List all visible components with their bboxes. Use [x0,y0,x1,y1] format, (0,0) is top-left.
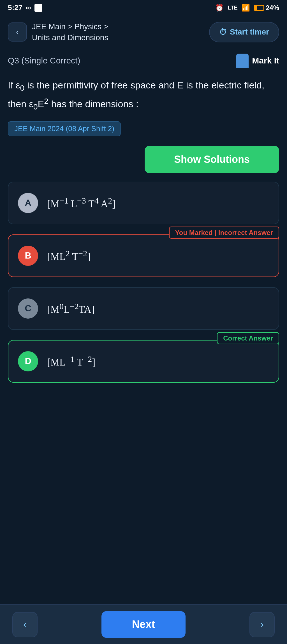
tag-row: JEE Main 2024 (08 Apr Shift 2) [0,118,287,143]
start-timer-button[interactable]: ⏱ Start timer [209,22,279,42]
option-b-formula: [ML2 T−2] [47,248,91,264]
options-container: A [M−1 L−3 T4 A2] You Marked | Incorrect… [0,182,287,393]
show-solutions-button[interactable]: Show Solutions [145,146,279,173]
option-a-circle: A [18,193,38,213]
option-d-card[interactable]: D [ML−1 T−2] [8,340,279,383]
option-c-card[interactable]: C [M0L−2TA] [8,287,279,330]
prev-icon: ‹ [23,619,27,631]
header: ‹ JEE Main > Physics > Units and Dimensi… [0,16,287,48]
option-d-wrapper: Correct Answer D [ML−1 T−2] [8,340,279,383]
next-arrow-icon: › [260,619,264,631]
option-d-badge: Correct Answer [217,334,279,342]
option-c-formula: [M0L−2TA] [47,300,95,316]
timer-label: Start timer [230,28,269,36]
show-solutions-row: Show Solutions [0,143,287,182]
breadcrumb-line2: Units and Dimensions [32,32,108,43]
battery-display: 24% [254,4,279,12]
bottom-nav: ‹ Next › [0,604,287,644]
stop-icon [34,4,42,12]
jee-tag: JEE Main 2024 (08 Apr Shift 2) [8,121,121,136]
option-d-formula: [ML−1 T−2] [47,353,95,369]
option-b-badge: You Marked | Incorrect Answer [169,229,279,237]
next-button[interactable]: Next [101,611,186,638]
status-right: ⏰ LTE 📶 24% [215,4,279,12]
back-button[interactable]: ‹ [8,22,27,42]
lte-icon: LTE [228,4,238,11]
bookmark-icon [236,54,249,68]
header-left: ‹ JEE Main > Physics > Units and Dimensi… [8,21,108,43]
timer-icon: ⏱ [219,28,227,37]
incorrect-badge: You Marked | Incorrect Answer [169,227,279,239]
mark-it-button[interactable]: Mark It [236,54,279,68]
infinity-icon: ∞ [26,3,31,12]
option-c-wrapper: C [M0L−2TA] [8,287,279,330]
battery-icon [254,5,264,11]
option-b-card[interactable]: B [ML2 T−2] [8,234,279,277]
option-a-wrapper: A [M−1 L−3 T4 A2] [8,182,279,224]
status-bar: 5:27 ∞ ⏰ LTE 📶 24% [0,0,287,14]
signal-icon: 📶 [242,4,250,12]
battery-percent: 24% [266,4,279,12]
next-arrow-button[interactable]: › [249,612,275,637]
mark-it-label: Mark It [252,56,279,65]
status-left: 5:27 ∞ [8,3,42,12]
option-a-formula: [M−1 L−3 T4 A2] [47,195,115,211]
question-label: Q3 (Single Correct) [8,56,80,65]
option-d-circle: D [18,351,38,371]
question-text: If ε0 is the permittivity of free space … [0,70,287,118]
option-b-circle: B [18,246,38,266]
option-c-circle: C [18,298,38,319]
breadcrumb-line1: JEE Main > Physics > [32,22,108,31]
back-icon: ‹ [16,28,18,36]
option-a-card[interactable]: A [M−1 L−3 T4 A2] [8,182,279,224]
breadcrumb: JEE Main > Physics > Units and Dimension… [32,21,108,43]
option-b-wrapper: You Marked | Incorrect Answer B [ML2 T−2… [8,234,279,277]
prev-button[interactable]: ‹ [12,612,38,637]
time-display: 5:27 [8,3,22,12]
alarm-icon: ⏰ [215,4,224,12]
correct-badge: Correct Answer [217,332,279,344]
q-label-row: Q3 (Single Correct) Mark It [0,48,287,70]
